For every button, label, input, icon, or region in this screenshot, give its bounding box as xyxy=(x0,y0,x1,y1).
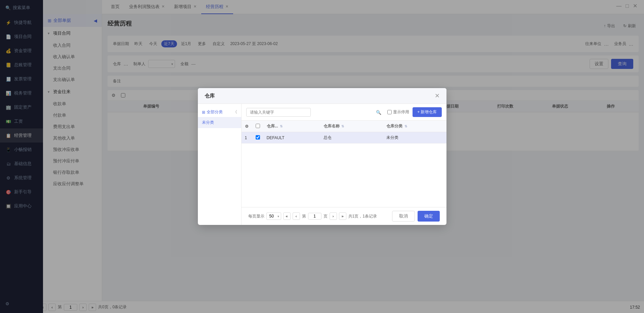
modal-left-header: ⊞ 全部分类 《 xyxy=(198,107,241,117)
modal-title: 仓库 xyxy=(205,93,215,99)
modal-pagination-info: 每页显示 50 « ‹ 第 页 › » 共1页，1条记录 xyxy=(248,212,377,220)
sort-code-icon[interactable]: ⇅ xyxy=(280,124,283,128)
modal-page-suffix: 页 xyxy=(324,213,328,219)
modal-first-btn[interactable]: « xyxy=(283,212,291,220)
show-disabled-checkbox[interactable] xyxy=(387,110,392,114)
modal-row-name: 总仓 xyxy=(320,132,383,144)
modal-search-icon[interactable]: 🔍 xyxy=(376,110,381,115)
modal-select-all[interactable] xyxy=(256,124,260,128)
modal-overlay[interactable]: 仓库 ✕ ⊞ 全部分类 《 未分类 xyxy=(0,0,644,313)
grid-icon-modal: ⊞ xyxy=(202,110,205,115)
uncategorized-label: 未分类 xyxy=(202,120,214,125)
modal-table-row[interactable]: 1 DEFAULT 总仓 未分类 xyxy=(242,132,446,144)
modal-page-label: 第 xyxy=(302,213,306,219)
modal-search-input[interactable] xyxy=(246,108,311,117)
modal-close-button[interactable]: ✕ xyxy=(435,92,440,100)
modal-row-check[interactable] xyxy=(256,135,260,140)
modal-action-btns: 取消 确定 xyxy=(392,211,440,222)
modal-th-code: 仓库... ⇅ xyxy=(263,121,320,132)
modal-th-settings[interactable]: ⚙ xyxy=(242,121,252,132)
modal-body: ⊞ 全部分类 《 未分类 🔍 显示停用 xyxy=(198,104,446,225)
add-warehouse-button[interactable]: + 新增仓库 xyxy=(413,107,441,117)
modal-table-wrap: ⚙ 仓库... ⇅ 仓库名称 ⇅ xyxy=(242,121,446,207)
modal-table-header-row: ⚙ 仓库... ⇅ 仓库名称 ⇅ xyxy=(242,121,446,132)
confirm-button[interactable]: 确定 xyxy=(418,211,440,222)
modal-row-checkbox xyxy=(252,132,263,144)
modal-right-toolbar: 🔍 显示停用 + 新增仓库 xyxy=(242,104,446,121)
modal-last-btn[interactable]: » xyxy=(339,212,346,220)
modal-left-uncategorized[interactable]: 未分类 xyxy=(198,117,241,128)
modal-total-label: 共1页，1条记录 xyxy=(348,213,377,219)
modal-per-page-label: 每页显示 xyxy=(248,213,264,219)
cancel-button[interactable]: 取消 xyxy=(392,211,415,222)
modal-page-input[interactable] xyxy=(308,213,321,220)
modal-footer: 每页显示 50 « ‹ 第 页 › » 共1页，1条记录 xyxy=(242,207,446,225)
modal-row-category: 未分类 xyxy=(383,132,446,144)
modal-left-panel: ⊞ 全部分类 《 未分类 xyxy=(198,104,242,225)
modal-per-page-wrap: 50 xyxy=(266,212,281,220)
modal-th-checkbox xyxy=(252,121,263,132)
modal-collapse-icon[interactable]: 《 xyxy=(233,109,237,115)
modal-header: 仓库 ✕ xyxy=(198,88,446,104)
modal-th-name: 仓库名称 ⇅ xyxy=(320,121,383,132)
show-disabled-label[interactable]: 显示停用 xyxy=(387,109,409,115)
modal-next-btn[interactable]: › xyxy=(330,212,337,220)
warehouse-modal: 仓库 ✕ ⊞ 全部分类 《 未分类 xyxy=(198,88,446,225)
modal-per-page-select[interactable]: 50 xyxy=(266,212,281,220)
sort-name-icon[interactable]: ⇅ xyxy=(341,124,344,128)
modal-prev-btn[interactable]: ‹ xyxy=(293,212,300,220)
all-categories-label[interactable]: 全部分类 xyxy=(207,109,233,115)
modal-row-num: 1 xyxy=(242,132,252,144)
modal-th-category: 仓库分类 ⇅ xyxy=(383,121,446,132)
modal-row-code: DEFAULT xyxy=(263,132,320,144)
modal-table: ⚙ 仓库... ⇅ 仓库名称 ⇅ xyxy=(242,121,446,144)
show-disabled-text: 显示停用 xyxy=(393,109,409,115)
modal-right-panel: 🔍 显示停用 + 新增仓库 ⚙ xyxy=(242,104,446,225)
modal-search-wrap: 🔍 xyxy=(246,108,384,117)
sort-category-icon[interactable]: ⇅ xyxy=(404,124,407,128)
